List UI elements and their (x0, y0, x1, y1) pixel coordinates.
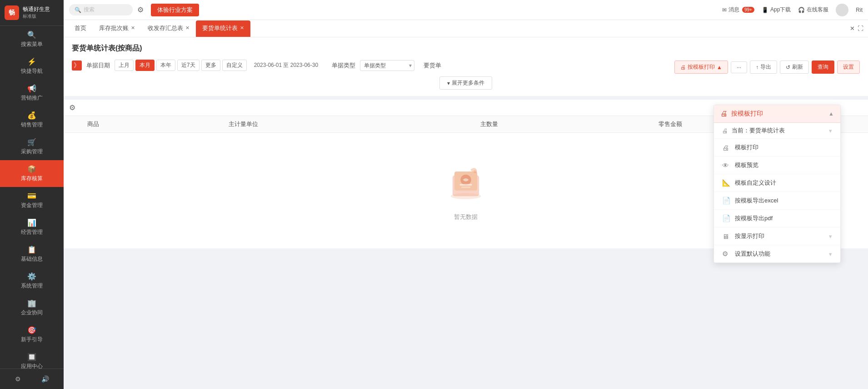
sales-icon: 💰 (27, 111, 36, 120)
brand-version: 标准版 (23, 13, 50, 20)
filter-row-date: 》 单据日期 上月 本月 本年 近7天 更多 自定义 2023-06-01 至 … (72, 60, 667, 71)
user-avatar[interactable] (836, 4, 848, 16)
settings-btn[interactable]: 设置 (837, 61, 860, 74)
sidebar-item-guide[interactable]: 🎯 新手引导 (0, 321, 64, 348)
sidebar-item-operation[interactable]: 📊 经营管理 (0, 214, 64, 241)
default-func-arrow: ▾ (829, 251, 832, 258)
sidebar-item-label: 快捷导航 (21, 67, 43, 75)
online-service-btn[interactable]: 🎧 在线客服 (798, 6, 828, 14)
expand-more-btn[interactable]: ▾ 展开更多条件 (439, 76, 492, 90)
sidebar-item-label: 搜索菜单 (21, 40, 43, 48)
doc-type-select-wrapper: 单据类型 (360, 60, 414, 71)
dropdown-item-template-print[interactable]: 🖨 模板打印 (714, 139, 840, 157)
sidebar-item-label: 资金管理 (21, 202, 43, 209)
dropdown-item-export-excel[interactable]: 📄 按模板导出excel (714, 192, 840, 210)
sidebar-item-finance[interactable]: 💳 资金管理 (0, 187, 64, 214)
default-func-icon: ⚙ (722, 250, 730, 258)
sidebar-item-label: 基础信息 (21, 255, 43, 263)
operation-icon: 📊 (27, 218, 36, 227)
dropdown-item-template-design[interactable]: 📐 模板自定义设计 (714, 174, 840, 192)
template-design-icon: 📐 (722, 179, 730, 187)
sidebar-item-sales[interactable]: 💰 销售管理 (0, 106, 64, 133)
headset-icon: 🎧 (798, 7, 805, 13)
tab-inventory-batch[interactable]: 库存批次账 ✕ (93, 20, 141, 37)
dropdown-current-item[interactable]: 🖨 当前：要货单统计表 ▾ (714, 123, 840, 139)
enterprise-icon: 🏢 (27, 299, 36, 308)
topbar-search[interactable]: 🔍 搜索 (69, 4, 133, 15)
tab-home[interactable]: 首页 (68, 20, 93, 37)
expand-more-icon: ▾ (447, 80, 450, 86)
sidebar-footer: ⚙ 🔊 (0, 369, 64, 389)
basic-icon: 📋 (27, 245, 36, 254)
finance-icon: 💳 (27, 192, 36, 200)
sidebar-item-label: 新手引导 (21, 336, 43, 344)
sidebar-logo: 畅 (5, 5, 19, 20)
date-btn-prev[interactable]: 上月 (115, 60, 134, 71)
print-icon: 🖨 (680, 64, 686, 71)
svg-rect-4 (460, 184, 472, 186)
query-btn[interactable]: 查询 (812, 61, 834, 74)
date-filter-label: 单据日期 (86, 61, 110, 70)
sidebar-item-system[interactable]: ⚙️ 系统管理 (0, 268, 64, 294)
date-btn-more[interactable]: 更多 (201, 60, 220, 71)
col-quantity: 主数量 (475, 116, 653, 133)
tabs-bar: 首页 库存批次账 ✕ 收发存汇总表 ✕ 要货单统计表 ✕ ✕ ⛶ (64, 20, 868, 37)
expand-filter-btn[interactable]: 》 (72, 61, 82, 71)
doc-type-select[interactable]: 单据类型 (360, 60, 414, 71)
doc-type-label: 单据类型 (332, 61, 355, 70)
empty-illustration (443, 160, 489, 206)
sidebar-item-apps[interactable]: 🔲 应用中心 (0, 348, 64, 369)
tab-close-receipt-summary[interactable]: ✕ (185, 25, 190, 31)
sidebar-item-search[interactable]: 🔍 搜索菜单 (0, 26, 64, 53)
search-placeholder-text: 搜索 (84, 6, 95, 14)
more-btn[interactable]: ··· (731, 61, 747, 73)
expand-tabs-icon[interactable]: ⛶ (858, 25, 863, 32)
print-template-dropdown: 🖨 按模板打印 ▲ 🖨 当前：要货单统计表 ▾ 🖨 模板打印 👁 模板预览 (713, 105, 841, 263)
table-gear-icon[interactable]: ⚙ (69, 103, 75, 112)
brand-name: 畅通好生意 (23, 6, 50, 13)
app-download-btn[interactable]: 📱 App下载 (762, 6, 791, 14)
print-template-btn[interactable]: 🖨 按模板打印 ▲ (674, 61, 728, 74)
dropdown-collapse-icon[interactable]: ▲ (828, 111, 834, 117)
sidebar-item-quick[interactable]: ⚡ 快捷导航 (0, 53, 64, 80)
sidebar-item-inventory[interactable]: 📦 库存核算 (0, 160, 64, 187)
close-tab-icon[interactable]: ✕ (850, 25, 855, 32)
date-range-display: 2023-06-01 至 2023-06-30 (254, 61, 318, 69)
current-template-icon: 🖨 (722, 127, 728, 134)
sidebar-item-basic[interactable]: 📋 基础信息 (0, 241, 64, 268)
dropdown-item-export-pdf[interactable]: 📄 按模板导出pdf (714, 210, 840, 227)
topbar-settings-icon[interactable]: ⚙ (137, 5, 144, 14)
dropdown-item-template-preview[interactable]: 👁 模板预览 (714, 157, 840, 174)
main-area: 🔍 搜索 ⚙ 体验行业方案 ✉ 消息 99+ 📱 App下载 🎧 在线客服 Ri… (64, 0, 868, 389)
sidebar-item-label: 营销推广 (21, 94, 43, 102)
template-preview-icon: 👁 (722, 162, 730, 169)
tab-order-stats[interactable]: 要货单统计表 ✕ (196, 20, 250, 37)
message-icon: ✉ (722, 7, 727, 13)
col-unit: 主计量单位 (223, 116, 475, 133)
sidebar-item-label: 应用中心 (21, 363, 43, 369)
sidebar: 畅 畅通好生意 标准版 🔍 搜索菜单 ⚡ 快捷导航 📢 营销推广 💰 销售管理 … (0, 0, 64, 389)
date-btn-recent7[interactable]: 近7天 (177, 60, 200, 71)
search-icon: 🔍 (27, 30, 36, 39)
tab-close-inventory-batch[interactable]: ✕ (131, 25, 135, 31)
sidebar-item-label: 库存核算 (21, 175, 43, 182)
date-btn-current[interactable]: 本月 (135, 60, 155, 71)
settings-footer-icon[interactable]: ⚙ (13, 374, 23, 384)
tab-close-order-stats[interactable]: ✕ (240, 25, 244, 31)
dropdown-item-display-print[interactable]: 🖥 按显示打印 ▾ (714, 227, 840, 245)
refresh-btn[interactable]: ↺ 刷新 (780, 61, 809, 74)
export-btn[interactable]: ↑ 导出 (750, 61, 777, 74)
sidebar-item-purchase[interactable]: 🛒 采购管理 (0, 133, 64, 160)
sidebar-item-marketing[interactable]: 📢 营销推广 (0, 80, 64, 106)
page-content: 要货单统计表(按商品) 》 单据日期 上月 本月 本年 近7天 更多 (64, 37, 868, 389)
audio-footer-icon[interactable]: 🔊 (40, 374, 51, 384)
trial-btn[interactable]: 体验行业方案 (151, 4, 199, 16)
sidebar-item-enterprise[interactable]: 🏢 企业协同 (0, 294, 64, 321)
date-btn-year[interactable]: 本年 (156, 60, 175, 71)
app-download-icon: 📱 (762, 7, 768, 13)
message-btn[interactable]: ✉ 消息 99+ (722, 6, 754, 14)
dropdown-item-default-func[interactable]: ⚙ 设置默认功能 ▾ (714, 245, 840, 263)
topbar-right: ✉ 消息 99+ 📱 App下载 🎧 在线客服 Rit (722, 4, 863, 16)
tab-receipt-summary[interactable]: 收发存汇总表 ✕ (141, 20, 196, 37)
date-btn-custom[interactable]: 自定义 (222, 60, 247, 71)
